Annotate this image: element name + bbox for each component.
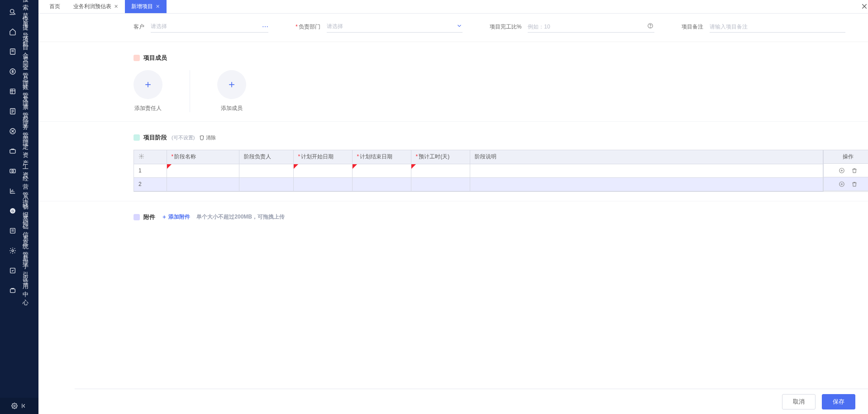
sidebar-item-basic[interactable]: 基础信息 (0, 221, 38, 241)
close-panel-icon[interactable] (860, 2, 868, 11)
clear-button[interactable]: 清除 (199, 134, 216, 141)
button-label: 保存 (833, 398, 844, 406)
asset-icon (9, 147, 16, 155)
gear-icon[interactable] (11, 402, 18, 409)
table-row[interactable]: 1 (134, 164, 823, 177)
sidebar-item-tax[interactable]: 税务管理 (0, 121, 38, 141)
save-button[interactable]: 保存 (822, 394, 855, 409)
section-badge-icon (134, 214, 140, 220)
sidebar-item-guide[interactable]: 新手引导 (0, 261, 38, 281)
field-dept: *负责部门 请选择 (296, 21, 463, 33)
add-owner-button[interactable] (134, 70, 162, 99)
sidebar: 搜索菜单 快捷导航 项目合同 资金管理 (0, 0, 38, 414)
section-badge-icon (134, 134, 140, 141)
tab-new-project[interactable]: 新增项目 ✕ (125, 0, 167, 13)
cell-days[interactable] (411, 177, 470, 191)
col-gear[interactable] (134, 150, 167, 164)
required-corner-icon (411, 164, 416, 169)
sidebar-item-apps[interactable]: 应用中心 (0, 281, 38, 300)
field-completion: 项目完工比% (490, 21, 655, 33)
row-number: 1 (134, 164, 167, 177)
tab-label: 业务利润预估表 (73, 3, 111, 10)
sidebar-item-search[interactable]: 搜索菜单 (0, 2, 38, 22)
delete-row-icon[interactable] (851, 181, 858, 187)
attach-hint: 单个大小不超过200MB，可拖拽上传 (196, 213, 285, 221)
add-member-button[interactable] (217, 70, 246, 99)
collapse-icon[interactable] (20, 402, 28, 409)
field-label: 项目备注 (682, 23, 703, 31)
section-hint: (可不设置) (172, 134, 195, 141)
cell-desc[interactable] (470, 164, 823, 177)
help-icon[interactable] (647, 23, 653, 30)
add-attachment-button[interactable]: ＋ 添加附件 (162, 213, 190, 221)
sidebar-item-ledger[interactable]: 总账管理 (0, 81, 38, 101)
svg-point-0 (10, 10, 14, 13)
svg-rect-13 (10, 169, 15, 173)
customer-picker[interactable]: 请选择 ⋯ (151, 21, 268, 33)
sidebar-menu: 搜索菜单 快捷导航 项目合同 资金管理 (0, 0, 38, 398)
svg-text:G: G (11, 209, 14, 213)
section-title: 附件 (143, 213, 155, 221)
table-row[interactable]: 2 (134, 177, 823, 191)
add-row-icon[interactable] (839, 181, 845, 187)
sidebar-item-reimburse[interactable]: G 小畅报销 (0, 201, 38, 221)
sidebar-item-salary[interactable]: 工资 (0, 161, 38, 181)
sidebar-item-system[interactable]: 系统管理 (0, 241, 38, 261)
cell-end-date[interactable] (352, 177, 411, 191)
required-corner-icon (353, 164, 357, 169)
sidebar-item-quicknav[interactable]: 快捷导航 (0, 22, 38, 42)
sidebar-item-contract[interactable]: 项目合同 (0, 42, 38, 62)
close-icon[interactable]: ✕ (156, 4, 160, 10)
field-customer: 客户 请选择 ⋯ (134, 21, 268, 33)
tile-caption: 添加成员 (221, 105, 243, 112)
remark-input[interactable] (710, 21, 845, 33)
sidebar-item-invoice[interactable]: 发票管理 (0, 101, 38, 121)
form-row: 客户 请选择 ⋯ *负责部门 请选择 项目完工 (38, 14, 868, 42)
placeholder: 请选择 (151, 23, 262, 30)
table-ops: 操作 (823, 150, 868, 191)
main: 首页 业务利润预估表 ✕ 新增项目 ✕ (38, 0, 868, 414)
sidebar-item-fund[interactable]: 资金管理 (0, 62, 38, 81)
page: 搜索菜单 快捷导航 项目合同 资金管理 (0, 0, 868, 414)
chevron-down-icon[interactable] (456, 23, 463, 30)
svg-point-23 (14, 405, 15, 407)
delete-row-icon[interactable] (851, 167, 858, 174)
sidebar-footer (0, 398, 38, 414)
cell-desc[interactable] (470, 177, 823, 191)
cell-stage-owner[interactable] (239, 164, 293, 177)
cell-stage-owner[interactable] (239, 177, 293, 191)
section-members: 项目成员 添加责任人 添加成员 (38, 42, 868, 122)
system-icon (9, 247, 16, 255)
add-row-icon[interactable] (839, 167, 845, 174)
cell-stage-name[interactable] (167, 177, 239, 191)
tab-label: 首页 (49, 3, 60, 10)
dept-picker[interactable]: 请选择 (327, 21, 463, 33)
svg-rect-22 (10, 289, 15, 293)
button-label: 取消 (793, 398, 805, 406)
tab-home[interactable]: 首页 (43, 0, 67, 13)
cancel-button[interactable]: 取消 (782, 394, 816, 409)
svg-point-28 (650, 27, 651, 28)
col-end-date: *计划结束日期 (352, 150, 411, 164)
sidebar-item-asset[interactable]: 固定资产 (0, 141, 38, 161)
close-icon[interactable]: ✕ (114, 4, 118, 10)
cell-stage-name[interactable] (167, 164, 239, 177)
completion-input-wrap (528, 21, 654, 33)
cell-start-date[interactable] (293, 164, 352, 177)
member-tiles: 添加责任人 添加成员 (134, 70, 868, 112)
sidebar-item-business[interactable]: 经营管理 (0, 181, 38, 201)
cell-end-date[interactable] (352, 164, 411, 177)
completion-input[interactable] (528, 21, 654, 33)
col-start-date: *计划开始日期 (293, 150, 352, 164)
cell-start-date[interactable] (293, 177, 352, 191)
cell-days[interactable] (411, 164, 470, 177)
section-title: 项目阶段 (143, 133, 167, 142)
tile-separator (190, 70, 190, 112)
tab-profit-estimate[interactable]: 业务利润预估表 ✕ (67, 0, 125, 13)
reimburse-icon: G (9, 207, 16, 215)
more-icon[interactable]: ⋯ (262, 23, 268, 30)
money-icon (9, 67, 16, 76)
svg-point-20 (12, 250, 14, 252)
field-label: 客户 (134, 23, 144, 31)
col-desc: 阶段说明 (470, 150, 823, 164)
